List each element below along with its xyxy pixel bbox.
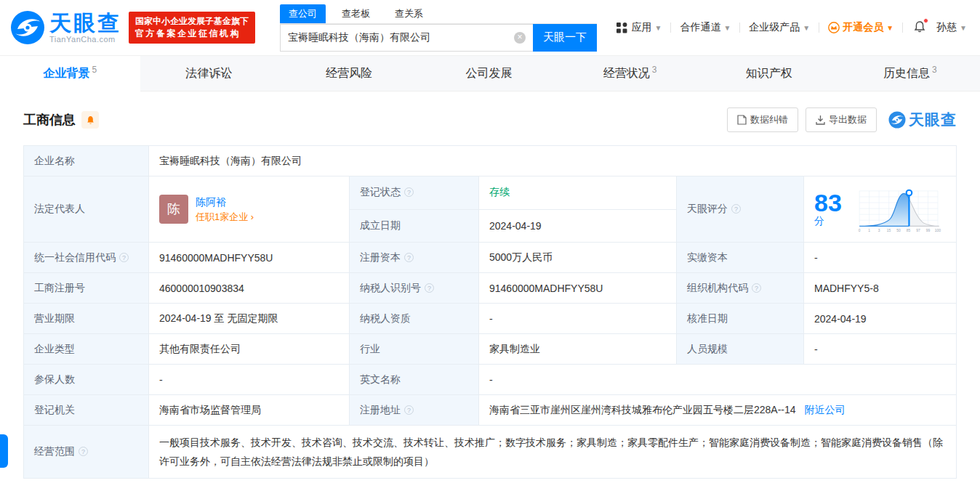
top-nav: 应用 ▼ 合作通道 ▼ 企业级产品 ▼ 开通会员 ▼ [616,20,967,36]
table-row: 企业类型 其他有限责任公司 行业 家具制造业 人员规模 - [24,334,957,365]
registered-capital-label: 注册资本? [350,243,479,273]
username: 孙慈 [936,21,957,34]
table-row: 参保人数 - 英文名称 - [24,365,957,395]
help-icon[interactable]: ? [425,283,434,293]
export-data-button[interactable]: 导出数据 [806,107,877,132]
tab-count: 5 [92,65,97,75]
search-button[interactable]: 天眼一下 [533,24,597,52]
tab-label: 经营状况 [603,66,650,81]
nav-products-label: 企业级产品 [749,21,800,34]
table-row: 企业名称 宝褥睡眠科技（海南）有限公司 [24,146,957,176]
approval-date-label: 核准日期 [677,304,804,334]
registration-authority-label: 登记机关 [24,395,149,426]
divider [902,23,903,33]
grid-icon [616,23,627,33]
business-info-header: 工商信息 数据纠错 导出数据 [0,92,980,142]
registered-capital-value: 5000万人民币 [479,243,677,273]
business-scope-value: 一般项目技术服务、技术开发、技术咨询、技术交流、技术转让、技术推广；数字技术服务… [149,426,957,479]
tab-business-background[interactable]: 企业背景 5 [0,56,140,92]
label-text: 注册地址 [360,404,401,415]
search-tabs: 查公司 查老板 查关系 [280,4,597,24]
company-type-value: 其他有限责任公司 [149,334,350,365]
search-tab-relation[interactable]: 查关系 [386,4,432,23]
badge-line1: 国家中小企业发展子基金旗下 [135,15,249,28]
registered-address-label: 注册地址? [350,395,479,426]
positions-link[interactable]: 任职1家企业 › [196,211,254,222]
tab-label: 法律诉讼 [185,66,232,81]
data-correction-button[interactable]: 数据纠错 [727,107,798,132]
notifications-bell[interactable] [913,20,926,36]
staff-size-label: 人员规模 [677,334,804,365]
divider [739,23,740,33]
registration-number-value: 460000010903834 [149,273,350,304]
business-scope-label: 经营范围? [24,426,149,479]
feedback-float-tab[interactable] [0,434,8,468]
top-header: 天眼查 TianYanCha.com 国家中小企业发展子基金旗下 官方备案企业征… [0,0,980,55]
registered-address-value: 海南省三亚市崖州区崖州湾科技城雅布伦产业园五号楼二层228A--14 [489,404,796,415]
taxpayer-id-value: 91460000MADHFYY58U [479,273,677,304]
paid-capital-label: 实缴资本 [677,243,804,273]
tab-operating-status[interactable]: 经营状况 3 [560,56,700,91]
help-icon[interactable]: ? [752,283,761,293]
tab-intellectual-property[interactable]: 知识产权 [700,56,840,91]
bell-icon [86,115,95,125]
legal-representative-link[interactable]: 陈阿裕 [196,196,226,208]
nav-apps[interactable]: 应用 ▼ [616,21,662,34]
search-area: 查公司 查老板 查关系 × 天眼一下 [280,4,597,52]
legal-representative-cell: 陈 陈阿裕 任职1家企业 › [149,176,350,243]
nav-vip-upgrade[interactable]: 开通会员 ▼ [828,21,893,34]
help-icon[interactable]: ? [119,253,129,262]
search-input[interactable] [288,32,514,44]
tab-count: 3 [652,65,657,75]
svg-text:1: 1 [869,229,871,232]
table-row: 登记机关 海南省市场监督管理局 注册地址? 海南省三亚市崖州区崖州湾科技城雅布伦… [24,395,957,426]
nav-apps-label: 应用 [631,21,651,34]
user-menu[interactable]: 孙慈 ▼ [936,21,967,34]
section-title: 工商信息 [23,111,76,129]
brand-domain: TianYanCha.com [49,35,121,44]
approval-date-value: 2024-04-19 [804,304,957,334]
tab-company-development[interactable]: 公司发展 [420,56,561,91]
svg-text:97: 97 [917,229,921,232]
help-icon[interactable]: ? [404,187,414,197]
svg-text:3: 3 [878,229,880,232]
label-text: 组织机构代码 [687,282,748,293]
data-correction-label: 数据纠错 [750,113,788,126]
credit-code-value: 91460000MADHFYY58U [149,243,350,273]
registration-number-label: 工商注册号 [24,273,149,304]
establish-date-value: 2024-04-19 [479,209,677,243]
registration-status-value: 存续 [479,176,677,210]
help-icon[interactable]: ? [404,405,414,415]
registered-address-cell: 海南省三亚市崖州区崖州湾科技城雅布伦产业园五号楼二层228A--14 附近公司 [479,395,957,426]
divider [819,23,819,33]
document-icon [737,115,747,125]
export-data-label: 导出数据 [829,113,867,126]
svg-text:0: 0 [859,229,861,232]
svg-text:85: 85 [907,229,911,232]
tab-count: 3 [932,65,937,75]
svg-text:50: 50 [897,229,901,232]
tab-legal-proceedings[interactable]: 法律诉讼 [140,56,281,91]
tab-label: 历史信息 [883,66,930,81]
nearby-companies-link[interactable]: 附近公司 [804,404,845,415]
company-section-tabs: 企业背景 5 法律诉讼 经营风险 公司发展 经营状况 3 知识产权 历史信息 3 [0,55,980,92]
tab-history-info[interactable]: 历史信息 3 [840,56,980,91]
label-text: 注册资本 [360,251,401,263]
clear-search-icon[interactable]: × [514,32,526,44]
label-text: 天眼评分 [687,203,728,214]
label-text: 经营范围 [34,445,75,457]
label-text: 纳税人识别号 [360,282,421,293]
tab-operational-risk[interactable]: 经营风险 [280,56,420,91]
tianyancha-logo[interactable]: 天眼查 TianYanCha.com [10,10,121,45]
subscribe-bell-button[interactable] [81,111,99,129]
help-icon[interactable]: ? [404,253,414,262]
badge-line2: 官方备案企业征信机构 [135,28,249,40]
search-tab-boss[interactable]: 查老板 [333,4,379,23]
org-code-value: MADHFYY5-8 [804,273,957,304]
search-tab-company[interactable]: 查公司 [280,4,326,23]
help-icon[interactable]: ? [79,447,88,456]
nav-cooperation-channel[interactable]: 合作通道 ▼ [680,21,731,34]
nav-enterprise-products[interactable]: 企业级产品 ▼ [749,21,810,34]
legal-representative-label: 法定代表人 [24,176,149,243]
help-icon[interactable]: ? [731,204,741,214]
